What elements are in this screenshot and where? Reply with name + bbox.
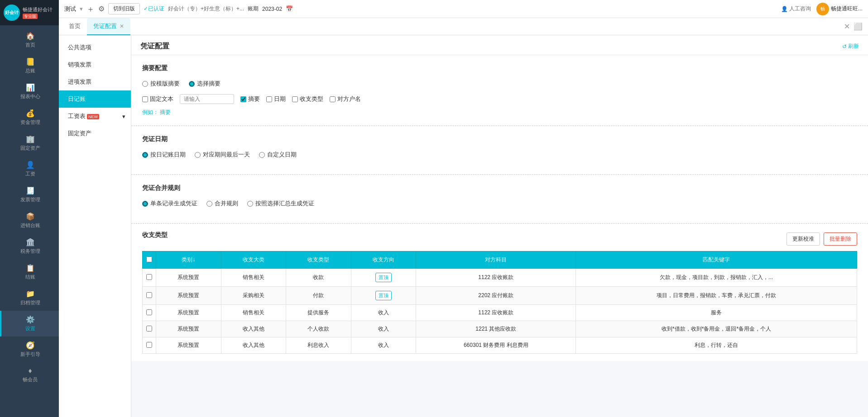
row-keywords: 收到*借款，收到*备用金，退回*备用金，个人 — [576, 321, 857, 337]
close-window-icon[interactable]: ✕ — [844, 22, 850, 31]
topbar-gear-icon[interactable]: ⚙ — [98, 5, 105, 13]
direction-tag-button[interactable]: 置顶 — [375, 273, 392, 282]
row-main-type: 销售相关 — [221, 305, 286, 321]
refresh-button[interactable]: ↺ 刷新 — [842, 43, 859, 50]
row-checkbox-cell[interactable] — [143, 269, 156, 287]
switch-version-button[interactable]: 切到旧版 — [108, 3, 140, 14]
row-account: 660301 财务费用 利息费用 — [416, 337, 576, 354]
voucher-date-section: 凭证日期 按日记账日期 对应期间最后一天 自定义日期 — [131, 126, 868, 175]
row-checkbox-cell[interactable] — [143, 305, 156, 321]
row-checkbox[interactable] — [146, 342, 152, 348]
sidebar-item-固定资产[interactable]: 🏢 固定资产 — [0, 130, 59, 156]
update-calibrate-button[interactable]: 更新校准 — [786, 232, 820, 246]
content-area: 公共选项销项发票进项发票日记账工资表NEW▾固定资产 凭证配置 ↺ 刷新 摘要配… — [59, 35, 868, 417]
th-category: 类别↓ — [156, 251, 221, 269]
certified-tag: ✓已认证 — [144, 5, 164, 13]
radio-single-record[interactable]: 单条记录生成凭证 — [142, 199, 197, 208]
th-main-type: 收支大类 — [221, 251, 286, 269]
page-header: 凭证配置 ↺ 刷新 — [131, 35, 868, 55]
sidebar-item-工资[interactable]: 👤 工资 — [0, 156, 59, 182]
row-checkbox[interactable] — [146, 326, 152, 332]
radio-last-day[interactable]: 对应期间最后一天 — [195, 151, 250, 159]
sidebar-item-设置[interactable]: ⚙️ 设置 — [0, 311, 59, 336]
window-controls: ✕ ⬜ — [844, 22, 868, 31]
nav-icon: 📋 — [26, 264, 35, 272]
nav-icon: 👤 — [26, 161, 35, 169]
maximize-window-icon[interactable]: ⬜ — [854, 22, 863, 31]
sidebar-item-报表中心[interactable]: 📊 报表中心 — [0, 79, 59, 104]
sidebar-item-归档管理[interactable]: 📁 归档管理 — [0, 285, 59, 311]
radio-journal-date[interactable]: 按日记账日期 — [142, 151, 186, 159]
expand-arrow-icon: ▾ — [122, 113, 125, 120]
row-direction: 收入 — [351, 337, 416, 354]
sidebar-item-结账[interactable]: 📋 结账 — [0, 259, 59, 285]
sidebar-item-税务管理[interactable]: 🏛️ 税务管理 — [0, 233, 59, 259]
left-panel-item-日记账[interactable]: 日记账 — [59, 90, 131, 108]
tab-voucher-config[interactable]: 凭证配置 ✕ — [87, 18, 130, 35]
refresh-icon: ↺ — [842, 43, 847, 50]
left-panel-item-进项发票[interactable]: 进项发票 — [59, 73, 131, 90]
left-panel-item-固定资产[interactable]: 固定资产 — [59, 125, 131, 142]
row-checkbox[interactable] — [146, 309, 152, 315]
batch-delete-button[interactable]: 批量删除 — [824, 232, 857, 246]
row-category: 系统预置 — [156, 287, 221, 305]
row-direction: 置顶 — [351, 269, 416, 287]
fixed-text-input[interactable] — [180, 94, 234, 104]
direction-tag-button[interactable]: 置顶 — [375, 291, 392, 300]
tab-close-icon[interactable]: ✕ — [120, 23, 124, 29]
checkbox-date[interactable]: 日期 — [266, 95, 286, 103]
row-sub-type: 利息收入 — [286, 337, 351, 354]
sidebar-item-进销台账[interactable]: 📦 进销台账 — [0, 208, 59, 233]
row-account: 2202 应付账款 — [416, 287, 576, 305]
table-row: 系统预置 销售相关 提供服务 收入 1122 应收账款 服务 — [143, 305, 857, 321]
topbar-add[interactable]: ＋ — [86, 4, 95, 14]
radio-select-summary[interactable]: 选择摘要 — [189, 80, 221, 88]
row-sub-type: 提供服务 — [286, 305, 351, 321]
page-title: 凭证配置 — [140, 42, 169, 51]
nav-icon: 🏛️ — [26, 238, 35, 246]
left-panel-item-销项发票[interactable]: 销项发票 — [59, 56, 131, 73]
row-checkbox-cell[interactable] — [143, 321, 156, 337]
sidebar-item-畅会员[interactable]: ♦ 畅会员 — [0, 362, 59, 388]
row-category: 系统预置 — [156, 321, 221, 337]
logo-icon: 好会计 — [4, 5, 20, 21]
left-panel-item-工资表[interactable]: 工资表NEW▾ — [59, 108, 131, 125]
tab-home[interactable]: 首页 — [62, 18, 87, 35]
row-sub-type: 个人收款 — [286, 321, 351, 337]
sidebar-item-发票管理[interactable]: 🧾 发票管理 — [0, 182, 59, 208]
radio-summary-generate[interactable]: 按照选择汇总生成凭证 — [247, 199, 314, 208]
radio-custom-date[interactable]: 自定义日期 — [259, 151, 297, 159]
sidebar-item-新手引导[interactable]: 🧭 新手引导 — [0, 336, 59, 362]
calendar-icon[interactable]: 📅 — [286, 5, 293, 12]
row-checkbox-cell[interactable] — [143, 337, 156, 354]
th-checkbox[interactable] — [143, 251, 156, 269]
consult-button[interactable]: 👤 人工咨询 — [781, 5, 811, 13]
radio-merge-rule[interactable]: 合并规则 — [206, 199, 238, 208]
row-checkbox[interactable] — [146, 292, 152, 298]
th-direction: 收支方向 — [351, 251, 416, 269]
sidebar-item-总账[interactable]: 📒 总账 — [0, 53, 59, 79]
income-expense-table: 类别↓ 收支大类 收支类型 收支方向 对方科目 匹配关键字 系统预置 — [142, 251, 857, 354]
left-panel-item-公共选项[interactable]: 公共选项 — [59, 39, 131, 56]
user-info: 畅 畅捷通旺旺... — [816, 3, 863, 15]
nav-label: 首页 — [25, 42, 35, 48]
logo-text: 畅捷通好会计 专业版 — [23, 6, 53, 19]
checkbox-counterpart-name[interactable]: 对方户名 — [330, 95, 361, 103]
checkbox-income-type[interactable]: 收支类型 — [292, 95, 323, 103]
checkbox-fixed-text[interactable]: 固定文本 — [142, 95, 173, 103]
summary-config-section: 摘要配置 按模版摘要 选择摘要 — [131, 55, 868, 126]
table-row: 系统预置 销售相关 收款 置顶 1122 应收账款 欠款，现金，项目款，到款，报… — [143, 269, 857, 287]
nav-label: 设置 — [25, 325, 35, 332]
row-keywords: 项目，日常费用，报销款，车费，承兑汇票，付款 — [576, 287, 857, 305]
select-all-checkbox[interactable] — [146, 256, 152, 262]
summary-checkbox-row: 固定文本 摘要 日期 收支类型 — [142, 94, 857, 104]
nav-icon: 🏢 — [26, 135, 35, 143]
checkbox-summary[interactable]: 摘要 — [240, 95, 260, 103]
row-checkbox[interactable] — [146, 274, 152, 280]
summary-radio-group: 按模版摘要 选择摘要 — [142, 80, 857, 88]
sidebar-item-资金管理[interactable]: 💰 资金管理 — [0, 104, 59, 130]
row-sub-type: 收款 — [286, 269, 351, 287]
row-checkbox-cell[interactable] — [143, 287, 156, 305]
sidebar-item-首页[interactable]: 🏠 首页 — [0, 27, 59, 53]
radio-template-summary[interactable]: 按模版摘要 — [142, 80, 180, 88]
